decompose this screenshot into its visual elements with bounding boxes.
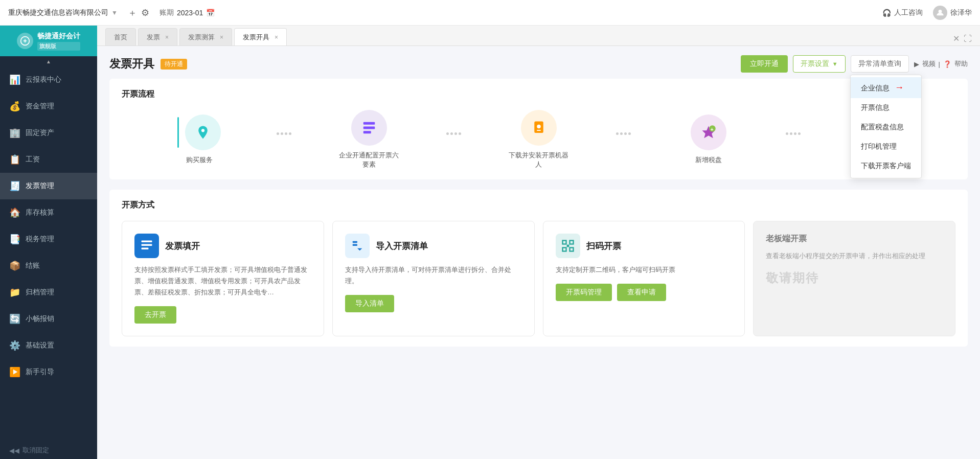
help-icon: ❓	[943, 60, 951, 68]
archive-icon: 📁	[9, 287, 20, 298]
method-card-manual-fill: 发票填开 支持按照发票样式手工填开发票；可开具增值税电子普通发票、增值税普通发票…	[122, 221, 324, 336]
dropdown-item-invoice-info[interactable]: 开票信息	[851, 98, 921, 118]
header-actions: 立即开通 开票设置 ▼ 异常清单查询 ▶ 视频 | ❓ 帮助 企业信息	[741, 55, 968, 73]
anomaly-button[interactable]: 异常清单查询	[851, 55, 909, 73]
import-list-button[interactable]: 导入清单	[345, 295, 394, 312]
sidebar-item-accounting[interactable]: 📦 结账	[0, 253, 97, 279]
step-label-add-tax: 新增税盘	[695, 155, 722, 165]
calendar-icon[interactable]: 📅	[206, 9, 215, 17]
sidebar-item-settings[interactable]: ⚙️ 基础设置	[0, 332, 97, 359]
sidebar-item-guide[interactable]: ▶️ 新手引导	[0, 359, 97, 385]
step-connector-2	[446, 132, 461, 147]
status-badge: 待开通	[161, 59, 187, 70]
qrcode-mgmt-button[interactable]: 开票码管理	[556, 284, 612, 301]
methods-section-title: 开票方式	[122, 200, 955, 211]
sidebar-scroll-up[interactable]: ▲	[0, 56, 97, 66]
logo-icon	[17, 33, 33, 49]
separator: |	[939, 60, 940, 68]
waiting-text: 敬请期待	[766, 270, 943, 286]
method-header-import: 导入开票清单	[345, 234, 522, 258]
method-icon-manual	[134, 234, 159, 258]
sidebar-item-fixed-assets[interactable]: 🏢 固定资产	[0, 120, 97, 146]
method-icon-import	[345, 234, 370, 258]
payroll-icon: 📋	[9, 154, 20, 165]
sidebar-item-report[interactable]: 🔄 小畅报销	[0, 306, 97, 332]
tab-invoice-calc-close[interactable]: ×	[220, 34, 223, 41]
sidebar-unpin[interactable]: ◀◀ 取消固定	[0, 442, 97, 459]
dropdown-item-tax-config[interactable]: 配置税盘信息	[851, 118, 921, 137]
activate-button[interactable]: 立即开通	[741, 55, 788, 73]
tab-close-all[interactable]: ✕	[953, 34, 960, 43]
method-actions-import: 导入清单	[345, 295, 522, 312]
dropdown-tax-config-label: 配置税盘信息	[861, 123, 904, 131]
sidebar-item-archive[interactable]: 📁 归档管理	[0, 279, 97, 306]
tab-invoice-issue-label: 发票开具	[243, 33, 269, 42]
method-actions-manual: 去开票	[134, 306, 311, 324]
sidebar-item-label: 小畅报销	[26, 314, 54, 324]
method-desc-import: 支持导入待开票清单，可对待开票清单进行拆分、合并处理。	[345, 264, 522, 287]
inventory-icon: 🏠	[9, 207, 20, 218]
add-icon[interactable]: ＋	[128, 7, 137, 19]
company-name: 重庆畅捷交通信息咨询有限公司	[8, 8, 108, 17]
tab-close-area: ✕ ⛶	[953, 34, 972, 45]
tab-invoice-close[interactable]: ×	[165, 34, 169, 41]
avatar	[933, 6, 947, 20]
sidebar-item-invoice-mgmt[interactable]: 🧾 发票管理	[0, 173, 97, 199]
settings-btn-label: 开票设置	[801, 59, 829, 68]
user-name: 徐泽华	[950, 8, 972, 17]
method-header-boss: 老板端开票	[766, 234, 943, 244]
dropdown-item-download-client[interactable]: 下载开票客户端	[851, 156, 921, 176]
sidebar-item-payroll[interactable]: 📋 工资	[0, 146, 97, 173]
tab-home-label: 首页	[114, 33, 127, 42]
sidebar-item-tax[interactable]: 📑 税务管理	[0, 226, 97, 253]
sidebar-item-label: 基础设置	[26, 341, 54, 350]
period-label: 账期	[159, 8, 174, 17]
step-icon-buy	[185, 114, 221, 150]
fund-icon: 💰	[9, 101, 20, 112]
red-arrow-icon: →	[895, 82, 904, 93]
method-name-import: 导入开票清单	[376, 240, 428, 252]
step-icon-add-tax: +	[691, 114, 726, 150]
dropdown-company-info-label: 企业信息	[861, 84, 890, 92]
tab-invoice-issue[interactable]: 发票开具 ×	[234, 28, 287, 45]
settings-icon[interactable]: ⚙	[141, 7, 149, 18]
tab-invoice-calc-label: 发票测算	[188, 33, 215, 42]
method-actions-scan: 开票码管理 查看申请	[556, 284, 733, 301]
step-label-download: 下载并安装开票机器人	[508, 151, 569, 169]
svg-rect-12	[142, 241, 152, 243]
dropdown-item-printer[interactable]: 打印机管理	[851, 137, 921, 156]
company-selector[interactable]: 重庆畅捷交通信息咨询有限公司 ▼	[8, 8, 118, 17]
go-invoice-button[interactable]: 去开票	[134, 306, 176, 324]
sidebar-item-label: 云报表中心	[26, 75, 61, 84]
tab-maximize[interactable]: ⛶	[964, 34, 972, 43]
sidebar-item-inventory[interactable]: 🏠 库存核算	[0, 199, 97, 226]
svg-rect-21	[569, 248, 573, 251]
user-info[interactable]: 徐泽华	[933, 6, 972, 20]
method-header-scan: 扫码开票	[556, 234, 733, 258]
sidebar-item-label: 新手引导	[26, 368, 54, 377]
sidebar-item-cloud-report[interactable]: 📊 云报表中心	[0, 66, 97, 93]
video-help[interactable]: ▶ 视频 | ❓ 帮助	[914, 59, 968, 68]
tab-invoice[interactable]: 发票 ×	[138, 28, 177, 45]
tab-home[interactable]: 首页	[105, 28, 136, 45]
method-card-import-list: 导入开票清单 支持导入待开票清单，可对待开票清单进行拆分、合并处理。 导入清单	[332, 221, 535, 336]
dropdown-item-company-info[interactable]: 企业信息 →	[851, 77, 921, 98]
sidebar-item-fund[interactable]: 💰 资金管理	[0, 93, 97, 120]
flow-step-download: 下载并安装开票机器人	[461, 110, 616, 169]
sidebar-item-label: 结账	[26, 261, 40, 270]
top-bar-right: 🎧 人工咨询 徐泽华	[882, 6, 972, 20]
cloud-report-icon: 📊	[9, 74, 20, 85]
tab-invoice-issue-close[interactable]: ×	[275, 34, 278, 41]
method-desc-boss: 查看老板端小程序提交的开票申请，并作出相应的处理	[766, 250, 943, 262]
settings-button[interactable]: 开票设置 ▼	[793, 55, 846, 73]
view-apply-button[interactable]: 查看申请	[617, 284, 666, 301]
tab-invoice-calc[interactable]: 发票测算 ×	[179, 28, 232, 45]
svg-rect-4	[363, 127, 375, 129]
method-desc-scan: 支持定制开票二维码，客户端可扫码开票	[556, 264, 733, 276]
top-bar-actions: ＋ ⚙	[128, 7, 149, 19]
support-button[interactable]: 🎧 人工咨询	[882, 8, 923, 17]
methods-grid: 发票填开 支持按照发票样式手工填开发票；可开具增值税电子普通发票、增值税普通发票…	[122, 221, 955, 336]
help-label: 帮助	[954, 59, 968, 68]
svg-point-2	[201, 129, 204, 132]
invoice-mgmt-icon: 🧾	[9, 180, 20, 192]
